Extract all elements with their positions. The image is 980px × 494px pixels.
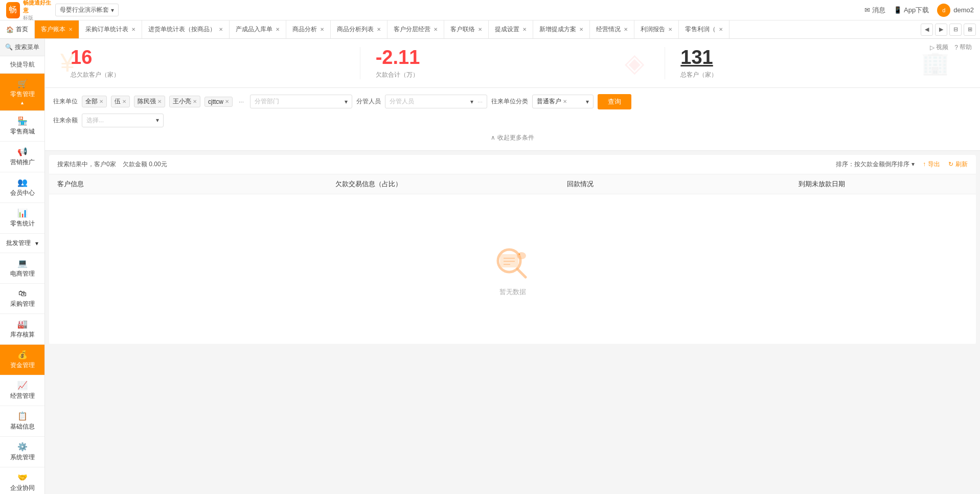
tab-customer-contact[interactable]: 客户联络 ✕ [444, 20, 489, 39]
close-icon[interactable]: ✕ [668, 27, 672, 32]
more-tags-btn[interactable]: ··· [237, 97, 246, 106]
sidebar-item-purchase[interactable]: 🛍 采购管理 [0, 284, 44, 314]
close-icon[interactable]: ✕ [99, 99, 103, 104]
chevron-down-icon: ▾ [345, 98, 348, 105]
close-icon[interactable]: ✕ [563, 99, 567, 104]
nav-tab-controls: ◀ ▶ ⊟ ⊞ [917, 24, 980, 36]
sidebar-search[interactable]: 🔍 搜索菜单 [0, 39, 44, 56]
logo-text: 畅捷通好生意 标版 [23, 0, 51, 21]
person-select[interactable]: 分管人员 ▾ ··· [385, 95, 487, 108]
sidebar-item-basic-info[interactable]: 📋 基础信息 [0, 406, 44, 437]
unit-category-select[interactable]: 普通客户 ✕ ▾ [532, 95, 594, 108]
more-btn[interactable]: ··· [477, 98, 483, 105]
close-icon[interactable]: ✕ [377, 27, 381, 32]
close-icon[interactable]: ✕ [320, 27, 324, 32]
app-download-btn[interactable]: 📱 App下载 [894, 6, 929, 15]
sidebar-item-ops[interactable]: 📈 经营管理 [0, 375, 44, 406]
svg-point-7 [518, 253, 520, 255]
svg-line-1 [517, 269, 526, 277]
sidebar-item-batch-mgmt[interactable]: 批发管理 ▾ [0, 234, 44, 253]
ops-icon: 📈 [17, 380, 28, 390]
basic-info-icon: 📋 [17, 411, 28, 421]
sidebar-item-retail-mall[interactable]: 🏪 零售商城 [0, 111, 44, 142]
close-icon[interactable]: ✕ [276, 27, 280, 32]
tab-incoming-stats[interactable]: 进货单统计表（按商品） ✕ [142, 20, 230, 39]
table-header: 客户信息 欠款交易信息（占比） 回款情况 到期未放款日期 [49, 174, 976, 194]
close-icon[interactable]: ✕ [434, 27, 438, 32]
tab-customer-tier[interactable]: 客户分层经营 ✕ [388, 20, 444, 39]
col-due-date: 到期未放款日期 [790, 174, 976, 194]
expand-icon: ▾ [35, 240, 38, 247]
top-bar: 畅 畅捷通好生意 标版 母婴行业演示帐套 ▾ ✉ 消息 📱 App下载 d de… [0, 0, 980, 20]
close-icon[interactable]: ✕ [157, 99, 162, 104]
sidebar-item-finance[interactable]: 💰 资金管理 [0, 345, 44, 375]
chevron-down-icon: ▾ [586, 98, 589, 105]
tab-retail-profit[interactable]: 零售利润（ ✕ [679, 20, 730, 39]
home-icon: 🏠 [6, 26, 14, 33]
avatar: d [937, 4, 950, 17]
stat-label-clients: 总客户（家） [680, 71, 954, 79]
close-icon[interactable]: ✕ [131, 27, 135, 32]
sidebar-item-inventory[interactable]: 🏭 库存核算 [0, 314, 44, 345]
sidebar-item-retail-mgmt[interactable]: 🛒 零售管理 ▲ [0, 74, 44, 111]
tab-product-analysis-list[interactable]: 商品分析列表 ✕ [331, 20, 388, 39]
tab-prev-btn[interactable]: ◀ [921, 24, 933, 36]
user-avatar-area[interactable]: d demo2 [937, 4, 974, 17]
tab-purchase-order[interactable]: 采购订单统计表 ✕ [79, 20, 142, 39]
filter-tag-cjttcw: cjttcw ✕ [204, 97, 233, 107]
tab-next-btn[interactable]: ▶ [935, 24, 947, 36]
collapse-btn[interactable]: ∧ 收起更多条件 [53, 131, 972, 144]
filter-tag-wang: 王小亮 ✕ [169, 96, 200, 107]
workspace-dropdown[interactable]: 母婴行业演示帐套 ▾ [55, 4, 119, 16]
close-icon[interactable]: ✕ [219, 27, 223, 32]
sidebar-item-marketing[interactable]: 📢 营销推广 [0, 142, 44, 172]
stat-total-customers: ¥ 16 总欠款客户（家） [55, 47, 360, 79]
tab-profit-report[interactable]: 利润报告 ✕ [634, 20, 679, 39]
tab-raise-settings[interactable]: 提成设置 ✕ [489, 20, 533, 39]
message-btn[interactable]: ✉ 消息 [864, 6, 885, 15]
close-icon[interactable]: ✕ [478, 27, 482, 32]
close-icon[interactable]: ✕ [69, 27, 73, 32]
retail-stats-icon: 📊 [17, 208, 28, 218]
tab-minimize-btn[interactable]: ⊟ [949, 24, 962, 36]
retail-mgmt-icon: 🛒 [17, 79, 28, 88]
expand-icon: ▲ [20, 100, 25, 105]
sidebar-item-retail-stats[interactable]: 📊 零售统计 [0, 203, 44, 234]
filter-area: 往来单位 全部 ✕ 伍 ✕ 陈民强 ✕ 王小亮 ✕ cjt [45, 88, 980, 151]
stat-value-customers: 16 [71, 47, 345, 69]
stats-bar: ▷ 视频 ? 帮助 ¥ 16 总欠款客户（家） ◈ [45, 39, 980, 88]
sort-select[interactable]: 排序：按欠款金额倒序排序 ▾ [836, 160, 915, 169]
close-icon[interactable]: ✕ [522, 27, 527, 32]
col-repayment: 回款情况 [559, 174, 790, 194]
sidebar-quick-nav[interactable]: 快捷导航 [0, 56, 44, 74]
sidebar-item-ecommerce[interactable]: 💻 电商管理 [0, 253, 44, 284]
col-customer-info: 客户信息 [49, 174, 327, 194]
close-icon[interactable]: ✕ [719, 27, 723, 32]
sidebar-item-sys[interactable]: ⚙️ 系统管理 [0, 437, 44, 467]
tab-maximize-btn[interactable]: ⊞ [964, 24, 976, 36]
close-icon[interactable]: ✕ [193, 99, 197, 104]
balance-select[interactable]: 选择... ▾ [82, 114, 164, 127]
tab-business-status[interactable]: 经营情况 ✕ [590, 20, 634, 39]
stat-total-clients: 🏢 131 总客户（家） [665, 47, 970, 79]
tab-customer-book[interactable]: 客户账本 ✕ [35, 20, 79, 39]
query-button[interactable]: 查询 [598, 94, 631, 109]
table-body: 暂无数据 [49, 194, 976, 344]
export-btn[interactable]: ↑ 导出 [923, 160, 940, 169]
sidebar-item-member[interactable]: 👥 会员中心 [0, 172, 44, 203]
stat-label-debt: 欠款合计（万） [376, 71, 650, 79]
empty-state-cell: 暂无数据 [49, 194, 976, 344]
refresh-btn[interactable]: ↻ 刷新 [948, 160, 968, 169]
close-icon[interactable]: ✕ [122, 99, 126, 104]
tab-product-entry[interactable]: 产成品入库单 ✕ [230, 20, 286, 39]
close-icon[interactable]: ✕ [579, 27, 583, 32]
dept-select[interactable]: 分管部门 ▾ [250, 95, 352, 108]
sidebar-item-enterprise-coop[interactable]: 🤝 企业协同 [0, 467, 44, 494]
close-icon[interactable]: ✕ [624, 27, 628, 32]
chevron-down-icon: ▾ [911, 161, 915, 168]
member-icon: 👥 [17, 177, 28, 187]
tab-product-analysis[interactable]: 商品分析 ✕ [286, 20, 331, 39]
tab-home[interactable]: 🏠 首页 [0, 20, 35, 39]
close-icon[interactable]: ✕ [225, 99, 229, 104]
tab-new-raise-plan[interactable]: 新增提成方案 ✕ [533, 20, 590, 39]
